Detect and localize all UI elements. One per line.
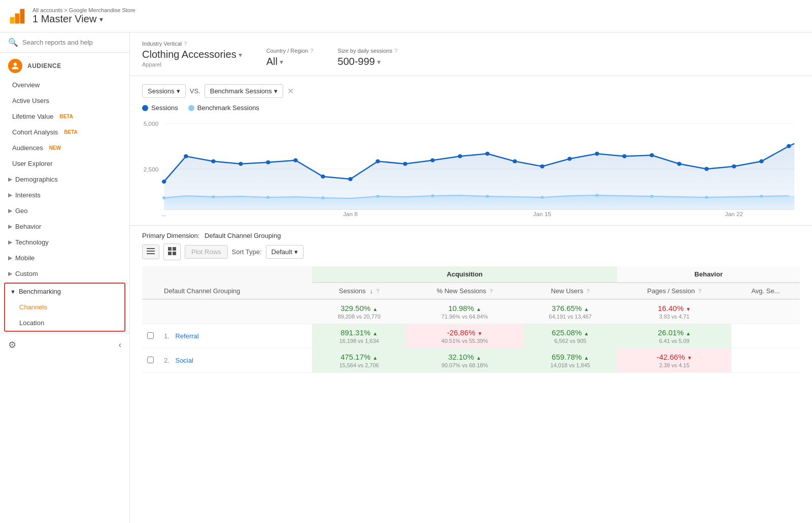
svg-point-19	[458, 154, 462, 158]
metric1-dropdown[interactable]: Sessions ▾	[142, 84, 186, 98]
close-metric2-button[interactable]: ✕	[287, 86, 294, 96]
size-help-icon[interactable]: ?	[394, 48, 397, 54]
grid-view-button[interactable]	[163, 243, 181, 260]
sidebar-item-technology[interactable]: ▶ Technology	[0, 234, 129, 250]
industry-help-icon[interactable]: ?	[184, 41, 187, 47]
row2-pages-session-cell: -42.66% 2.38 vs 4.15	[617, 348, 731, 373]
sidebar-item-custom[interactable]: ▶ Custom	[0, 266, 129, 282]
svg-point-31	[787, 144, 791, 148]
sidebar-item-lifetime-value[interactable]: Lifetime Value BETA	[0, 109, 129, 124]
benchmarking-header[interactable]: ▼ Benchmarking	[5, 284, 124, 299]
row2-checkbox[interactable]	[147, 357, 154, 363]
row2-new-users-cell: 659.78% 14,018 vs 1,845	[523, 348, 617, 373]
row1-new-users-cell: 625.08% 6,562 vs 905	[523, 324, 617, 348]
row2-new-users-arrow	[584, 353, 589, 361]
metric2-dropdown[interactable]: Benchmark Sessions ▾	[205, 84, 283, 98]
svg-point-13	[293, 158, 298, 162]
sessions-header: Sessions ↓ ?	[312, 283, 406, 299]
new-users-header: New Users ?	[523, 283, 617, 299]
sidebar-item-user-explorer[interactable]: User Explorer	[0, 156, 129, 171]
new-sessions-help-icon[interactable]: ?	[490, 288, 493, 294]
sidebar-item-active-users[interactable]: Active Users	[0, 93, 129, 109]
view-name[interactable]: 1 Master View ▾	[32, 13, 136, 25]
row1-new-users-arrow	[584, 328, 589, 337]
total-sessions-cell: 329.50% 89,208 vs 20,770	[312, 299, 406, 324]
sessions-help-icon[interactable]: ?	[376, 288, 379, 294]
beta-badge-lifetime: BETA	[59, 114, 73, 119]
size-value-dropdown[interactable]: 500-999 ▾	[337, 56, 397, 67]
country-filter: Country / Region ? All ▾	[266, 48, 314, 67]
avg-session-header: Avg. Se...	[731, 283, 800, 299]
svg-rect-53	[168, 252, 172, 255]
mobile-arrow: ▶	[8, 255, 12, 261]
sidebar-item-cohort-analysis[interactable]: Cohort Analysis BETA	[0, 124, 129, 140]
pages-session-help-icon[interactable]: ?	[698, 288, 701, 294]
row2-new-sessions-cell: 32.10% 90.07% vs 68.18%	[406, 348, 523, 373]
demographics-arrow: ▶	[8, 176, 12, 183]
svg-point-34	[266, 196, 269, 199]
svg-point-11	[239, 162, 243, 166]
total-new-sessions-value: 10.98%	[411, 304, 518, 312]
collapse-button[interactable]: ‹	[119, 340, 121, 350]
row2-checkbox-cell[interactable]	[142, 348, 159, 373]
interests-arrow: ▶	[8, 192, 12, 198]
total-new-sessions-cell: 10.98% 71.96% vs 64.84%	[406, 299, 523, 324]
pages-session-header: Pages / Session ?	[617, 283, 731, 299]
sidebar-item-audiences[interactable]: Audiences NEW	[0, 140, 129, 156]
sidebar-item-behavior[interactable]: ▶ Behavior	[0, 219, 129, 234]
sidebar-item-overview[interactable]: Overview	[0, 77, 129, 93]
industry-sub: Apparel	[142, 61, 242, 67]
geo-arrow: ▶	[8, 207, 12, 214]
industry-value-dropdown[interactable]: Clothing Accessories ▾	[142, 49, 242, 60]
svg-text:...: ...	[161, 211, 166, 217]
row1-new-sessions-sub: 40.51% vs 55.39%	[411, 338, 518, 344]
sidebar-item-location[interactable]: Location	[5, 315, 124, 331]
total-row: 329.50% 89,208 vs 20,770 10.98% 71.96% v…	[142, 299, 800, 324]
new-users-help-icon[interactable]: ?	[587, 288, 590, 294]
view-dropdown-arrow[interactable]: ▾	[99, 15, 103, 23]
sessions-sort-icon[interactable]: ↓	[369, 287, 373, 295]
svg-point-15	[348, 177, 353, 181]
svg-text:2,500: 2,500	[144, 166, 159, 172]
audience-icon	[8, 59, 22, 73]
total-sessions-value: 329.50%	[317, 304, 401, 312]
svg-text:Jan 22: Jan 22	[725, 211, 743, 217]
row1-pages-session-cell: 26.01% 6.41 vs 5.09	[617, 324, 731, 348]
plot-rows-button[interactable]: Plot Rows	[185, 245, 228, 259]
svg-text:Jan 15: Jan 15	[533, 211, 552, 217]
svg-point-25	[622, 154, 627, 158]
svg-point-10	[211, 159, 216, 163]
table-area: Primary Dimension: Default Channel Group…	[130, 226, 812, 385]
svg-rect-0	[10, 17, 15, 23]
row1-new-users-value: 625.08%	[528, 328, 612, 337]
main-content: Industry Vertical ? Clothing Accessories…	[130, 32, 812, 523]
sidebar-item-channels[interactable]: Channels	[5, 299, 124, 315]
list-view-button[interactable]	[142, 245, 159, 259]
settings-icon[interactable]: ⚙	[8, 339, 16, 351]
row1-checkbox-cell[interactable]	[142, 324, 159, 348]
total-new-users-value: 376.65%	[528, 304, 612, 312]
row1-sessions-value: 891.31%	[317, 328, 401, 337]
search-input[interactable]	[22, 39, 121, 46]
sidebar-item-geo[interactable]: ▶ Geo	[0, 203, 129, 219]
search-icon: 🔍	[8, 38, 18, 47]
row1-checkbox[interactable]	[147, 332, 154, 339]
sidebar-footer: ⚙ ‹	[0, 333, 129, 357]
svg-point-14	[321, 175, 325, 179]
size-label: Size by daily sessions ?	[337, 48, 397, 54]
new-sessions-header: % New Sessions ?	[406, 283, 523, 299]
row1-avg-session-cell	[731, 324, 800, 348]
svg-point-39	[540, 196, 544, 199]
svg-point-18	[430, 158, 435, 162]
sort-type-dropdown[interactable]: Default ▾	[266, 245, 303, 259]
audience-label: AUDIENCE	[27, 62, 61, 69]
row1-sessions-arrow	[373, 328, 378, 337]
country-help-icon[interactable]: ?	[310, 48, 313, 54]
sidebar-item-interests[interactable]: ▶ Interests	[0, 187, 129, 203]
sidebar-item-demographics[interactable]: ▶ Demographics	[0, 171, 129, 187]
svg-rect-52	[173, 247, 176, 251]
country-value-dropdown[interactable]: All ▾	[266, 56, 314, 67]
sidebar-item-mobile[interactable]: ▶ Mobile	[0, 250, 129, 266]
svg-point-36	[376, 195, 379, 198]
metric2-arrow: ▾	[274, 87, 278, 95]
